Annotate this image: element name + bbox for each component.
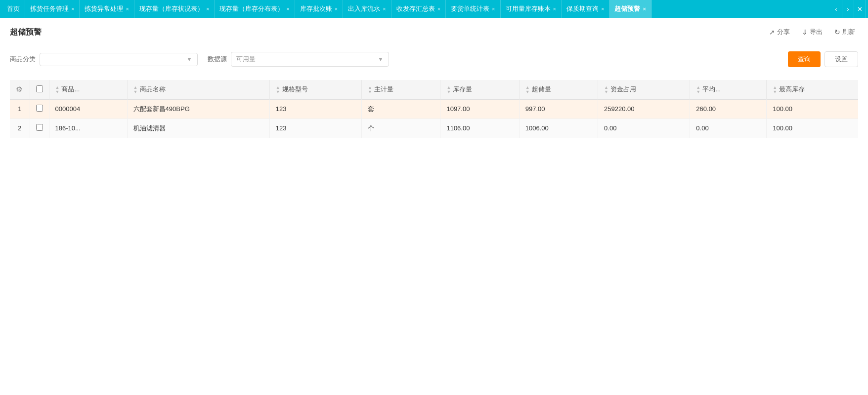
page-container: 超储预警 ➚ 分享 ⇓ 导出 ↻ 刷新 商品分类 ▼ 数据源 [0,18,868,395]
datasource-chevron-icon: ▼ [378,56,384,63]
row-checkbox-0[interactable] [30,99,49,118]
sort-arrows-code: ▲▼ [55,85,60,94]
nav-item-8[interactable]: 要货单统计表× [446,0,500,18]
table-header-row: ⚙ ▲▼商品... ▲▼商品名称 ▲▼规格型号 ▲▼主计量 ▲ [10,80,858,99]
nav-item-6[interactable]: 出入库流水× [343,0,391,18]
nav-close-btn-9[interactable]: × [553,6,556,12]
row-checkbox-1[interactable] [30,118,49,138]
row-product-code-1: 186-10... [49,118,127,138]
datasource-label: 数据源 [208,55,227,64]
sort-arrows-name: ▲▼ [133,85,138,94]
table-row: 1 0000004 六配套新昌490BPG 123 套 1097.00 997.… [10,99,858,118]
row-unit-1: 个 [362,118,440,138]
row-avg-0: 260.00 [690,99,767,118]
th-checkbox [30,80,49,99]
export-icon: ⇓ [802,28,808,36]
query-button[interactable]: 查询 [788,51,821,67]
nav-item-9[interactable]: 可用量库存账本× [501,0,562,18]
top-navigation: 首页拣货任务管理×拣货异常处理×现存量（库存状况表）×现存量（库存分布表）×库存… [0,0,868,18]
category-filter: 商品分类 ▼ [10,53,198,66]
table-row: 2 186-10... 机油滤清器 123 个 1106.00 1006.00 … [10,118,858,138]
nav-close-btn-4[interactable]: × [286,6,289,12]
row-capital-0: 259220.00 [598,99,690,118]
row-product-name-1: 机油滤清器 [127,118,269,138]
row-stock-0: 1097.00 [440,99,519,118]
th-settings: ⚙ [10,80,30,99]
row-unit-0: 套 [362,99,440,118]
row-over-stock-0: 997.00 [519,99,598,118]
select-all-checkbox[interactable] [36,85,43,92]
nav-close-btn-3[interactable]: × [206,6,209,12]
nav-close-btn-7[interactable]: × [437,6,440,12]
refresh-button[interactable]: ↻ 刷新 [831,26,858,39]
nav-item-0[interactable]: 首页 [2,0,25,18]
page-header: 超储预警 ➚ 分享 ⇓ 导出 ↻ 刷新 [10,26,858,39]
sort-arrows-over-stock: ▲▼ [525,85,530,94]
settings-button[interactable]: 设置 [825,51,858,67]
page-title: 超储预警 [10,27,42,38]
category-chevron-icon: ▼ [186,56,192,63]
row-select-1[interactable] [36,124,43,131]
nav-close-btn-5[interactable]: × [335,6,338,12]
filter-bar: 商品分类 ▼ 数据源 可用量 ▼ 查询 设置 [10,46,858,72]
row-max-stock-0: 100.00 [767,99,858,118]
nav-item-4[interactable]: 现存量（库存分布表）× [215,0,295,18]
nav-close-btn-11[interactable]: × [643,6,646,12]
export-button[interactable]: ⇓ 导出 [799,26,825,39]
sort-arrows-unit: ▲▼ [368,85,372,94]
category-label: 商品分类 [10,55,36,64]
th-product-code[interactable]: ▲▼商品... [49,80,127,99]
row-capital-1: 0.00 [598,118,690,138]
sort-arrows-stock: ▲▼ [446,85,451,94]
row-spec-0: 123 [269,99,361,118]
nav-close-btn-8[interactable]: × [492,6,495,12]
refresh-icon: ↻ [834,28,840,36]
nav-close-btn-1[interactable]: × [71,6,74,12]
table-gear-icon[interactable]: ⚙ [16,85,22,93]
th-over-stock[interactable]: ▲▼超储量 [519,80,598,99]
nav-close-btn-2[interactable]: × [126,6,129,12]
row-product-name-0: 六配套新昌490BPG [127,99,269,118]
nav-item-11[interactable]: 超储预警× [609,0,651,18]
th-spec[interactable]: ▲▼规格型号 [269,80,361,99]
th-product-name[interactable]: ▲▼商品名称 [127,80,269,99]
th-stock[interactable]: ▲▼库存量 [440,80,519,99]
nav-close-btn-6[interactable]: × [383,6,386,12]
nav-item-2[interactable]: 拣货异常处理× [80,0,134,18]
row-stock-1: 1106.00 [440,118,519,138]
nav-item-3[interactable]: 现存量（库存状况表）× [134,0,215,18]
nav-next-arrow[interactable]: › [842,0,854,18]
row-over-stock-1: 1006.00 [519,118,598,138]
nav-item-7[interactable]: 收发存汇总表× [391,0,446,18]
share-button[interactable]: ➚ 分享 [766,26,793,39]
row-index-0: 1 [10,99,30,118]
row-max-stock-1: 100.00 [767,118,858,138]
datasource-select[interactable]: 可用量 ▼ [231,52,389,67]
filter-actions: 查询 设置 [788,51,858,67]
category-select[interactable]: ▼ [40,53,198,66]
header-actions: ➚ 分享 ⇓ 导出 ↻ 刷新 [766,26,858,39]
row-product-code-0: 0000004 [49,99,127,118]
nav-close-btn-10[interactable]: × [601,6,604,12]
row-avg-1: 0.00 [690,118,767,138]
row-index-1: 2 [10,118,30,138]
datasource-filter: 数据源 可用量 ▼ [208,52,389,67]
nav-item-5[interactable]: 库存批次账× [295,0,343,18]
nav-close-arrow[interactable]: ✕ [854,0,866,18]
data-table: ⚙ ▲▼商品... ▲▼商品名称 ▲▼规格型号 ▲▼主计量 ▲ [10,80,858,138]
sort-arrows-spec: ▲▼ [276,85,280,94]
row-select-0[interactable] [36,105,43,112]
nav-prev-arrow[interactable]: ‹ [830,0,842,18]
th-avg[interactable]: ▲▼平均... [690,80,767,99]
sort-arrows-max: ▲▼ [773,85,777,94]
th-unit[interactable]: ▲▼主计量 [362,80,440,99]
th-max-stock[interactable]: ▲▼最高库存 [767,80,858,99]
row-spec-1: 123 [269,118,361,138]
sort-arrows-capital: ▲▼ [604,85,608,94]
th-capital[interactable]: ▲▼资金占用 [598,80,690,99]
share-icon: ➚ [769,28,775,36]
nav-item-1[interactable]: 拣货任务管理× [25,0,80,18]
nav-item-10[interactable]: 保质期查询× [562,0,609,18]
sort-arrows-avg: ▲▼ [696,85,700,94]
